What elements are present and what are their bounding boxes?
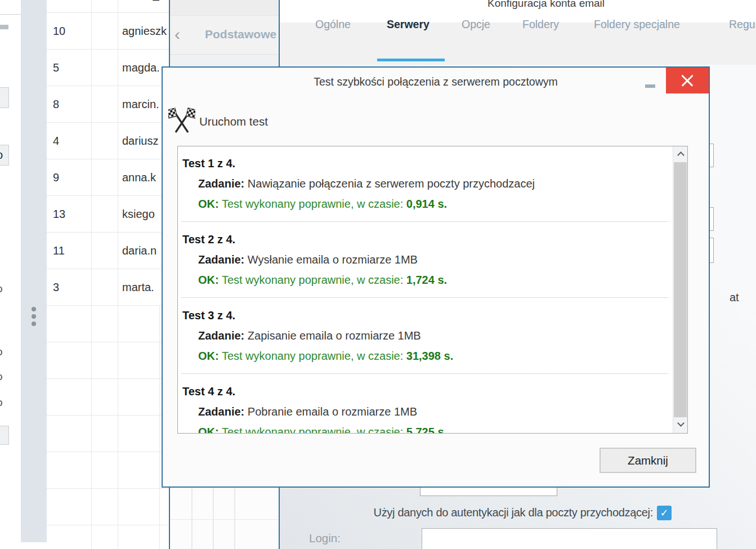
ok-label: OK:	[198, 426, 219, 434]
test-result-item: Test 4 z 4. Zadanie: Pobranie emaila o r…	[178, 381, 673, 434]
test-ok-line: OK: Test wykonany poprawnie, w czasie: 0…	[178, 194, 673, 214]
speed-test-dialog: Test szybkości połączenia z serwerem poc…	[162, 66, 710, 488]
tab-ogolne[interactable]: Ogólne	[315, 18, 351, 31]
table-row[interactable]: 5 magda.	[47, 50, 169, 86]
table-row[interactable]: 13 ksiego	[47, 196, 169, 233]
ok-label: OK:	[198, 198, 219, 210]
table-row-empty[interactable]	[47, 525, 169, 549]
clipped-text-fragment: o	[0, 372, 5, 381]
back-chevron-icon[interactable]: ‹	[175, 26, 180, 43]
tab-reguly[interactable]: Regu	[729, 18, 755, 31]
separator	[181, 373, 668, 374]
task-label: Zadanie:	[198, 177, 244, 190]
ok-label: OK:	[198, 350, 219, 362]
auth-reuse-label: Użyj danych do autentykacji jak dla pocz…	[374, 506, 654, 519]
tab-foldery[interactable]: Foldery	[522, 18, 559, 31]
table-extra-column-border	[159, 306, 160, 549]
test-heading: Test 4 z 4.	[178, 381, 673, 401]
clipped-label-fragment: at	[730, 291, 739, 304]
row-id: 2	[47, 0, 92, 12]
auth-reuse-checkbox[interactable]: ✓	[657, 506, 672, 520]
ok-time: 31,398 s.	[406, 350, 453, 362]
test-ok-line: OK: Test wykonany poprawnie, w czasie: 1…	[178, 270, 673, 290]
test-heading: Test 1 z 4.	[178, 153, 673, 173]
task-label: Zadanie:	[198, 329, 244, 342]
run-test-button[interactable]: Uruchom test	[168, 107, 268, 136]
task-text: Nawiązanie połączenia z serwerem poczty …	[248, 177, 535, 190]
test-results-box: Test 1 z 4. Zadanie: Nawiązanie połączen…	[177, 146, 688, 434]
table-row-empty[interactable]	[47, 416, 169, 452]
scroll-up-icon[interactable]	[673, 146, 688, 162]
separator	[181, 221, 668, 222]
ok-time: 5,725 s.	[406, 426, 447, 434]
clipped-text-fragment: o	[0, 284, 5, 293]
row-id: 13	[47, 196, 92, 232]
table-row[interactable]: 4 dariusz	[47, 123, 169, 159]
tab-foldery-specjalne[interactable]: Foldery specjalne	[594, 18, 680, 31]
scrollbar-thumb[interactable]	[674, 162, 687, 417]
panel-bottom-grid	[170, 485, 279, 549]
zamknij-button[interactable]: Zamknij	[600, 448, 696, 473]
clipped-text-fragment: o	[0, 398, 5, 407]
ok-text: Test wykonany poprawnie, w czasie:	[222, 274, 403, 286]
test-heading: Test 2 z 4.	[178, 229, 673, 249]
podstawowe-tab-label[interactable]: Podstawowe	[205, 28, 276, 41]
left-divider-line	[0, 14, 21, 15]
separator	[181, 297, 668, 298]
tab-opcje[interactable]: Opcje	[462, 18, 490, 31]
table-row-empty[interactable]	[47, 306, 169, 342]
table-row-empty[interactable]	[47, 489, 169, 525]
task-text: Pobranie emaila o rozmiarze 1MB	[248, 405, 417, 418]
ok-text: Test wykonany poprawnie, w czasie:	[222, 350, 403, 362]
ok-text: Test wykonany poprawnie, w czasie:	[222, 198, 403, 210]
table-row[interactable]: 9 anna.k	[47, 159, 169, 196]
run-test-label: Uruchom test	[199, 115, 268, 128]
row-name: agnieszk	[118, 13, 169, 49]
test-results-list: Test 1 z 4. Zadanie: Nawiązanie połączen…	[178, 146, 673, 434]
dialog-title: Test szybkości połączenia z serwerem poc…	[163, 75, 709, 88]
row-id: 4	[47, 123, 92, 159]
ok-label: OK:	[198, 274, 219, 286]
tab-serwery[interactable]: Serwery	[387, 18, 430, 31]
scrollbar[interactable]	[673, 146, 687, 433]
test-task-line: Zadanie: Wysłanie emaila o rozmiarze 1MB	[178, 249, 673, 270]
checkmark-icon: ✓	[660, 507, 668, 519]
ok-time: 1,724 s.	[406, 274, 447, 286]
task-label: Zadanie:	[198, 253, 244, 266]
table-row-empty[interactable]	[47, 379, 169, 416]
window-title: Konfiguracja konta email	[487, 0, 605, 10]
test-result-item: Test 2 z 4. Zadanie: Wysłanie emaila o r…	[178, 229, 673, 290]
scroll-down-icon[interactable]	[673, 417, 688, 433]
clipped-button-fragment: o	[0, 145, 9, 166]
splitter-strip[interactable]	[21, 0, 47, 542]
clipped-button-fragment	[0, 426, 9, 445]
screen: 2 admin_e 10 agnieszk 5 magda. 8 marcin.…	[0, 0, 756, 549]
table-row-empty[interactable]	[47, 452, 169, 489]
row-name: admin_e	[118, 0, 169, 12]
clipped-text-fragment: o	[0, 145, 3, 164]
test-task-line: Zadanie: Zapisanie emaila o rozmiarze 1M…	[178, 325, 673, 346]
panel-header: ‹ Podstawowe	[170, 16, 279, 55]
clipped-text-fragment: o	[0, 347, 5, 356]
panel-top-strip	[170, 0, 279, 16]
table-row[interactable]: 3 marta.	[47, 269, 169, 306]
login-input[interactable]	[422, 528, 717, 549]
test-ok-line: OK: Test wykonany poprawnie, w czasie: 5…	[178, 422, 673, 434]
table-row[interactable]: 10 agnieszk	[47, 13, 169, 50]
close-icon[interactable]	[666, 68, 709, 93]
row-id: 11	[47, 233, 92, 269]
table-row-empty[interactable]	[47, 342, 169, 379]
test-ok-line: OK: Test wykonany poprawnie, w czasie: 3…	[178, 346, 673, 366]
minimize-icon[interactable]	[645, 84, 655, 88]
clipped-button-fragment	[0, 87, 9, 108]
active-tab-underline	[377, 59, 445, 61]
table-row[interactable]: 8 marcin.	[47, 86, 169, 123]
task-text: Zapisanie emaila o rozmiarze 1MB	[248, 329, 421, 342]
row-id: 8	[47, 86, 92, 122]
row-id: 9	[47, 159, 92, 195]
ok-time: 0,914 s.	[406, 198, 447, 210]
task-label: Zadanie:	[198, 405, 244, 418]
table-row[interactable]: 11 daria.n	[47, 233, 169, 269]
checkered-flags-icon	[168, 107, 195, 136]
table-row[interactable]: 2 admin_e	[47, 0, 169, 13]
